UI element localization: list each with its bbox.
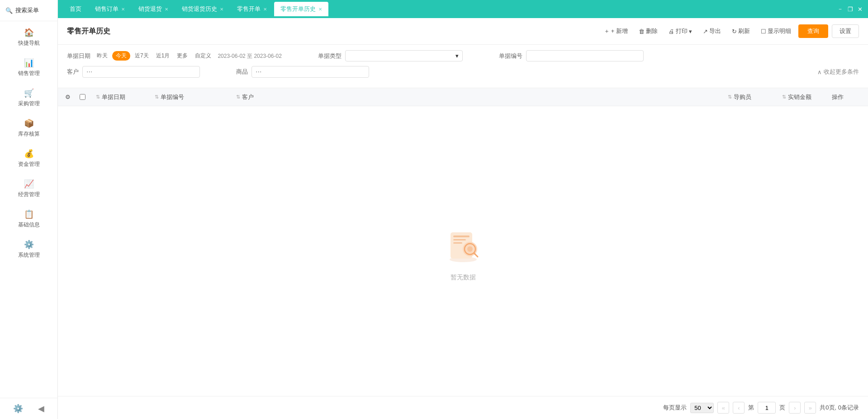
tab-retail-open-history-close[interactable]: ✕ [318, 7, 322, 12]
sidebar-item-base-info[interactable]: 📋 基础信息 [0, 203, 57, 233]
per-page-select[interactable]: 50 10 20 100 [690, 403, 714, 413]
settings-bottom-icon[interactable]: ⚙️ [13, 404, 23, 414]
add-button[interactable]: ＋ + 新增 [600, 25, 631, 37]
next-page-btn[interactable]: › [789, 402, 801, 414]
sidebar-item-quick-nav[interactable]: 🏠 快捷导航 [0, 21, 57, 52]
order-type-select[interactable]: ▾ [345, 50, 463, 61]
sidebar-item-purchase-mgmt[interactable]: 🛒 采购管理 [0, 82, 57, 112]
date-7days[interactable]: 近7天 [132, 51, 152, 61]
order-no-input[interactable] [526, 50, 644, 61]
first-page-btn[interactable]: « [717, 402, 729, 414]
add-label: + 新增 [611, 27, 628, 35]
sort-amount-icon[interactable]: ⇅ [782, 94, 786, 100]
tab-sales-return-history-close[interactable]: ✕ [220, 7, 223, 12]
sidebar-item-label: 基础信息 [18, 221, 40, 229]
query-button[interactable]: 查询 [798, 24, 828, 38]
sidebar-search[interactable]: 🔍 搜索采单 [0, 0, 57, 21]
sidebar-item-operations[interactable]: 📈 经营管理 [0, 173, 57, 203]
filter-row-1: 单据日期 昨天 今天 近7天 近1月 更多 自定义 2023-06-02 至 2… [67, 50, 859, 61]
window-minimize[interactable]: － [837, 5, 843, 13]
customer-ellipsis: ··· [86, 68, 92, 76]
th-customer-label: 客户 [242, 93, 254, 101]
sidebar-item-inventory[interactable]: 📦 库存核算 [0, 112, 57, 142]
tab-sales-order-close[interactable]: ✕ [121, 7, 125, 12]
sidebar-item-label: 系统管理 [18, 251, 40, 259]
tab-sales-return-history-label: 销货退货历史 [182, 5, 217, 13]
sort-customer-icon[interactable]: ⇅ [236, 94, 240, 100]
display-detail-label: 显示明细 [768, 27, 791, 35]
sidebar-item-sys-mgmt[interactable]: ⚙️ 系统管理 [0, 233, 57, 264]
filter-row-2: 客户 ··· 商品 ··· ∧ 收起更多条件 [67, 66, 859, 78]
page-number-input[interactable]: 1 [758, 402, 776, 414]
tab-retail-open[interactable]: 零售开单 ✕ [231, 2, 273, 16]
date-today[interactable]: 今天 [112, 51, 130, 61]
prev-page-btn[interactable]: ‹ [733, 402, 745, 414]
refresh-button[interactable]: ↻ 刷新 [728, 25, 754, 37]
page-suffix: 页 [779, 404, 785, 412]
th-settings[interactable]: ⚙ [62, 94, 76, 100]
per-page-label: 每页显示 [663, 404, 687, 412]
display-detail-button[interactable]: ☐ 显示明细 [757, 25, 795, 37]
checkbox-icon: ☐ [761, 28, 766, 35]
svg-rect-2 [453, 235, 470, 237]
sort-guide-icon[interactable]: ⇅ [728, 94, 732, 100]
last-page-btn[interactable]: » [804, 402, 816, 414]
date-1month[interactable]: 近1月 [153, 51, 173, 61]
print-dropdown-icon[interactable]: ▾ [689, 28, 692, 35]
date-range-text: 2023-06-02 至 2023-06-02 [218, 52, 281, 60]
sort-asc-icon[interactable]: ⇅ [96, 94, 100, 100]
sidebar-item-label: 快捷导航 [18, 39, 40, 47]
select-all-checkbox[interactable] [80, 94, 85, 100]
quick-nav-icon: 🏠 [24, 28, 34, 38]
sidebar-item-label: 采购管理 [18, 100, 40, 108]
export-icon: ↗ [703, 28, 708, 35]
date-custom[interactable]: 自定义 [192, 51, 214, 61]
sidebar-item-finance[interactable]: 💰 资金管理 [0, 142, 57, 173]
filter-product: 商品 ··· [236, 66, 369, 78]
tab-sales-return[interactable]: 销货退货 ✕ [132, 2, 175, 16]
collapse-more-btn[interactable]: ∧ 收起更多条件 [817, 66, 859, 78]
product-input[interactable]: ··· [251, 66, 369, 78]
sidebar-bottom: ⚙️ ◀ [0, 398, 57, 419]
sidebar-item-label: 资金管理 [18, 160, 40, 168]
tab-retail-open-close[interactable]: ✕ [263, 7, 267, 12]
customer-input[interactable]: ··· [82, 66, 200, 78]
main-area: 首页 销售订单 ✕ 销货退货 ✕ 销货退货历史 ✕ 零售开单 ✕ 零售开单历史 … [58, 0, 868, 419]
export-label: 导出 [709, 27, 721, 35]
date-shortcuts: 昨天 今天 近7天 近1月 更多 自定义 [94, 51, 214, 61]
tab-sales-order[interactable]: 销售订单 ✕ [89, 2, 131, 16]
delete-button[interactable]: 🗑 删除 [635, 25, 661, 37]
product-label: 商品 [236, 68, 248, 76]
customer-label: 客户 [67, 68, 79, 76]
window-restore[interactable]: ❐ [848, 6, 853, 13]
th-action: 操作 [828, 93, 864, 101]
tab-sales-return-close[interactable]: ✕ [165, 7, 168, 12]
tab-retail-open-history[interactable]: 零售开单历史 ✕ [274, 2, 328, 16]
page-header: 零售开单历史 ＋ + 新增 🗑 删除 🖨 打印 ▾ ↗ 导出 [58, 18, 868, 45]
filter-order-type: 单据类型 ▾ [318, 50, 463, 61]
collapse-sidebar-icon[interactable]: ◀ [38, 404, 44, 414]
th-guide-label: 导购员 [734, 93, 751, 101]
date-label: 单据日期 [67, 52, 90, 60]
page-title: 零售开单历史 [67, 27, 110, 42]
tab-sales-return-history[interactable]: 销货退货历史 ✕ [175, 2, 230, 16]
sales-mgmt-icon: 📊 [24, 58, 34, 68]
th-amount: ⇅ 实销金额 [778, 93, 828, 101]
order-no-label: 单据编号 [499, 52, 522, 60]
date-more[interactable]: 更多 [174, 51, 190, 61]
search-icon: 🔍 [5, 7, 13, 14]
window-close[interactable]: ✕ [858, 6, 863, 13]
settings-button[interactable]: 设置 [832, 24, 859, 38]
svg-line-7 [474, 253, 478, 257]
tab-sales-order-label: 销售订单 [95, 5, 119, 13]
th-checkbox[interactable] [76, 94, 92, 100]
export-button[interactable]: ↗ 导出 [699, 25, 725, 37]
date-yesterday[interactable]: 昨天 [94, 51, 110, 61]
sort-order-no-icon[interactable]: ⇅ [155, 94, 159, 100]
sidebar-item-sales-mgmt[interactable]: 📊 销售管理 [0, 52, 57, 82]
window-controls: － ❐ ✕ [837, 5, 863, 13]
print-button[interactable]: 🖨 打印 ▾ [665, 25, 696, 37]
total-text: 共0页, 0条记录 [820, 404, 859, 412]
operations-icon: 📈 [24, 179, 34, 189]
tab-home[interactable]: 首页 [63, 2, 88, 16]
